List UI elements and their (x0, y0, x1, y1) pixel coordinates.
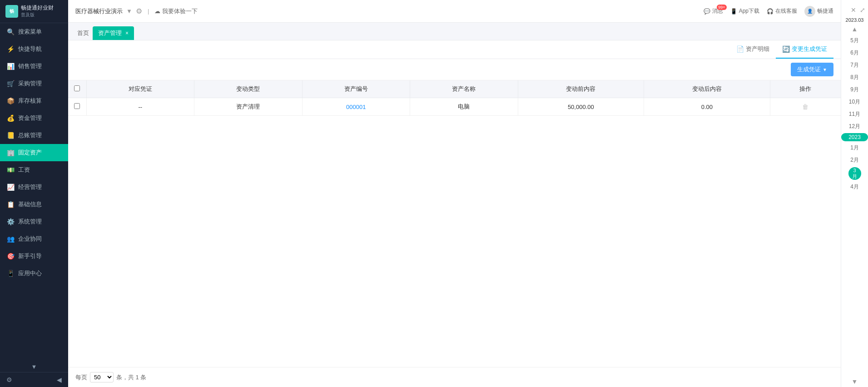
nav-label-guide: 新手引导 (18, 252, 42, 260)
messages-btn[interactable]: 💬 消息 99+ (704, 7, 723, 15)
sidebar-item-guide[interactable]: 🎯 新手引导 (0, 248, 68, 265)
timeline-month-8月[interactable]: 8月 (841, 72, 868, 83)
timeline-month-1月[interactable]: 1月 (841, 142, 868, 154)
row-change-type: 资产清理 (194, 98, 303, 116)
nav-label-system: 系统管理 (18, 218, 42, 226)
table-row: -- 资产清理 000001 电脑 50,000.00 0.00 🗑 (68, 98, 841, 116)
right-panel-header: ✕ ⤢ (841, 4, 868, 16)
timeline-month-12月[interactable]: 12月 (841, 121, 868, 132)
sidebar-item-ledger[interactable]: 📒 总账管理 (0, 127, 68, 144)
online-service-btn[interactable]: 🎧 在线客服 (767, 7, 797, 15)
th-asset-code: 资产编号 (302, 80, 410, 98)
sidebar-item-assets[interactable]: 🏢 固定资产 (0, 144, 68, 161)
select-all-checkbox[interactable] (74, 85, 80, 91)
user-profile-btn[interactable]: 👤 畅捷通 (804, 6, 833, 17)
timeline-month-4月[interactable]: 4月 (841, 181, 868, 193)
timeline-month-9月[interactable]: 9月 (841, 84, 868, 95)
nav-label-collaboration: 企业协同 (18, 235, 42, 243)
sidebar-scroll-down[interactable]: ▼ (0, 362, 68, 372)
row-operation: 🗑 (770, 98, 841, 116)
timeline: 5月6月7月8月9月10月11月12月20231月2月3月4月 (841, 35, 868, 376)
tab-label: 资产管理 (98, 29, 122, 37)
timeline-month-2月[interactable]: 2月 (841, 154, 868, 166)
sidebar-item-sales[interactable]: 📊 销售管理 (0, 58, 68, 75)
logo-name: 畅捷通好业财 (21, 5, 54, 12)
row-voucher: -- (86, 98, 194, 116)
sidebar-item-funds[interactable]: 💰 资金管理 (0, 109, 68, 127)
user-name: 畅捷通 (817, 7, 833, 15)
headset-icon: 🎧 (767, 8, 774, 15)
tab-bar: 首页 资产管理 × (68, 23, 841, 40)
generate-voucher-btn[interactable]: 生成凭证 ▼ (791, 63, 833, 76)
inventory-icon: 📦 (6, 97, 15, 104)
sidebar-item-app-center[interactable]: 📱 应用中心 (0, 265, 68, 282)
app-download-label: App下载 (739, 7, 759, 15)
pagination: 每页 102050100 条，共 1 条 (68, 367, 841, 387)
sidebar-item-search[interactable]: 🔍 搜索菜单 (0, 23, 68, 40)
experience-btn[interactable]: ☁ 我要体验一下 (154, 7, 198, 15)
sidebar-footer: ⚙ ◀ (0, 372, 68, 387)
sidebar-item-collaboration[interactable]: 👥 企业协同 (0, 230, 68, 248)
nav-label-operations: 经营管理 (18, 183, 42, 191)
payroll-icon: 💵 (6, 166, 15, 174)
sidebar-item-basic-info[interactable]: 📋 基础信息 (0, 196, 68, 213)
inner-tab-change-voucher[interactable]: 🔄 变更生成凭证 (776, 40, 833, 59)
assets-icon: 🏢 (6, 149, 15, 156)
sidebar-item-quick-nav[interactable]: ⚡ 快捷导航 (0, 40, 68, 58)
nav-label-sales: 销售管理 (18, 62, 42, 70)
company-dropdown-icon[interactable]: ▼ (126, 8, 132, 15)
nav-label-app-center: 应用中心 (18, 269, 42, 278)
timeline-nav-up[interactable]: ▲ (850, 24, 860, 35)
settings-icon[interactable]: ⚙ (6, 376, 12, 383)
app-center-icon: 📱 (6, 270, 15, 277)
search-icon: 🔍 (6, 28, 15, 35)
sales-icon: 📊 (6, 63, 15, 70)
generate-label: 生成凭证 (797, 65, 821, 74)
top-header: 医疗器械行业演示 ▼ ⚙ | ☁ 我要体验一下 💬 消息 99+ 📱 App下载… (68, 0, 841, 23)
sidebar-item-operations[interactable]: 📈 经营管理 (0, 179, 68, 196)
inner-tabs: 📄 资产明细 🔄 变更生成凭证 (68, 40, 841, 59)
collapse-icon[interactable]: ◀ (57, 376, 62, 383)
timeline-month-5月[interactable]: 5月 (841, 35, 868, 46)
messages-badge: 99+ (717, 5, 726, 10)
sidebar-item-payroll[interactable]: 💵 工资 (0, 161, 68, 179)
tab-asset-management[interactable]: 资产管理 × (93, 26, 134, 40)
tab-home[interactable]: 首页 (75, 26, 91, 40)
content-area: 📄 资产明细 🔄 变更生成凭证 生成凭证 ▼ 对应凭证 变动类 (68, 40, 841, 387)
online-service-label: 在线客服 (775, 7, 797, 15)
ledger-icon: 📒 (6, 132, 15, 139)
dropdown-arrow-icon: ▼ (823, 67, 827, 72)
nav-label-ledger: 总账管理 (18, 131, 42, 139)
timeline-nav-down[interactable]: ▼ (850, 376, 860, 387)
timeline-year-2023[interactable]: 2023 (841, 133, 868, 141)
total-label: 条，共 1 条 (116, 373, 146, 382)
row-checkbox[interactable] (74, 103, 80, 109)
th-checkbox (68, 80, 86, 98)
collaboration-icon: 👥 (6, 235, 15, 243)
sidebar-item-purchase[interactable]: 🛒 采购管理 (0, 75, 68, 92)
data-table-wrap: 对应凭证 变动类型 资产编号 资产名称 变动前内容 变动后内容 操作 -- 资产… (68, 80, 841, 367)
phone-icon: 📱 (730, 8, 737, 15)
timeline-month-6月[interactable]: 6月 (841, 47, 868, 59)
app-download-btn[interactable]: 📱 App下载 (730, 7, 759, 15)
main-area: 医疗器械行业演示 ▼ ⚙ | ☁ 我要体验一下 💬 消息 99+ 📱 App下载… (68, 0, 841, 387)
row-before-change: 50,000.00 (518, 98, 644, 116)
timeline-month-10月[interactable]: 10月 (841, 96, 868, 108)
row-asset-name: 电脑 (410, 98, 518, 116)
delete-row-icon[interactable]: 🗑 (802, 103, 808, 110)
tab-close-icon[interactable]: × (125, 30, 129, 36)
sidebar-item-inventory[interactable]: 📦 库存核算 (0, 92, 68, 109)
per-page-select[interactable]: 102050100 (90, 372, 114, 382)
close-panel-icon[interactable]: ✕ (850, 5, 857, 15)
th-after-change: 变动后内容 (644, 80, 770, 98)
sidebar-item-system[interactable]: ⚙️ 系统管理 (0, 213, 68, 230)
timeline-month-3月[interactable]: 3月 (848, 167, 861, 180)
expand-panel-icon[interactable]: ⤢ (859, 5, 866, 15)
settings-gear-icon[interactable]: ⚙ (136, 7, 142, 15)
nav-label-basic-info: 基础信息 (18, 200, 42, 208)
timeline-month-11月[interactable]: 11月 (841, 109, 868, 120)
purchase-icon: 🛒 (6, 80, 15, 87)
timeline-month-7月[interactable]: 7月 (841, 60, 868, 71)
th-before-change: 变动前内容 (518, 80, 644, 98)
inner-tab-asset-detail[interactable]: 📄 资产明细 (730, 40, 776, 59)
